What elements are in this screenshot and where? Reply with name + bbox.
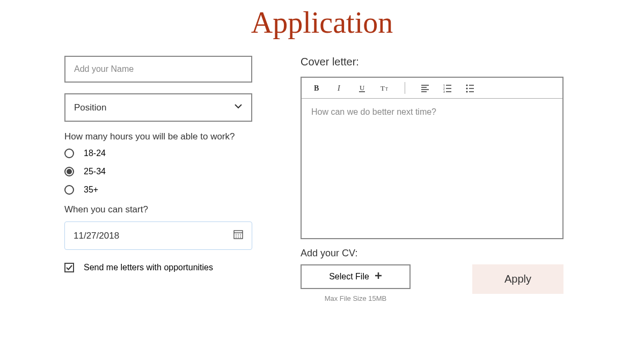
radio-icon: [64, 167, 74, 176]
svg-text:B: B: [314, 84, 319, 92]
cover-letter-label: Cover letter:: [301, 56, 564, 68]
radio-label: 25-34: [84, 167, 106, 176]
start-question: When you can start?: [64, 204, 252, 215]
italic-button[interactable]: I: [335, 83, 345, 93]
form: Position How many hours you will be able…: [0, 56, 644, 302]
svg-point-4: [240, 234, 241, 235]
checkbox-icon: [64, 263, 74, 272]
svg-point-3: [238, 234, 239, 235]
plus-icon: [375, 272, 382, 282]
svg-point-8: [236, 237, 237, 238]
cover-letter-editor: B I U TT 123 How can we do better next t…: [301, 77, 564, 239]
ordered-list-button[interactable]: 123: [443, 83, 452, 93]
right-column: Cover letter: B I U TT 123 How can we do…: [301, 56, 564, 302]
chevron-down-icon: [234, 102, 243, 113]
max-file-size: Max File Size 15MB: [301, 294, 411, 302]
date-value: 11/27/2018: [74, 231, 119, 241]
svg-point-6: [238, 235, 239, 236]
select-file-label: Select File: [329, 272, 369, 282]
svg-text:T: T: [380, 84, 385, 92]
calendar-icon: [233, 230, 243, 242]
cover-letter-textarea[interactable]: How can we do better next time?: [302, 99, 562, 238]
cv-row: Select File Max File Size 15MB Apply: [301, 264, 564, 302]
radio-label: 18-24: [84, 149, 106, 158]
apply-button[interactable]: Apply: [472, 264, 564, 294]
left-column: Position How many hours you will be able…: [64, 56, 252, 302]
svg-point-10: [240, 237, 241, 238]
page-title: Application: [0, 5, 644, 40]
name-input[interactable]: [64, 56, 252, 83]
cv-upload-group: Select File Max File Size 15MB: [301, 264, 411, 302]
start-date-input[interactable]: 11/27/2018: [64, 221, 252, 250]
svg-point-5: [236, 235, 237, 236]
position-select[interactable]: Position: [64, 93, 252, 122]
radio-35-plus[interactable]: 35+: [64, 185, 252, 195]
svg-point-28: [466, 88, 468, 90]
radio-label: 35+: [84, 185, 98, 195]
svg-text:U: U: [360, 84, 365, 92]
svg-point-2: [236, 234, 237, 235]
radio-25-34[interactable]: 25-34: [64, 167, 252, 176]
svg-text:I: I: [337, 84, 341, 92]
radio-icon: [64, 185, 74, 195]
newsletter-checkbox[interactable]: Send me letters with opportunities: [64, 263, 252, 272]
text-size-button[interactable]: TT: [380, 83, 390, 93]
svg-point-29: [466, 91, 468, 93]
radio-icon: [64, 149, 74, 158]
editor-toolbar: B I U TT 123: [302, 78, 562, 99]
svg-point-27: [466, 85, 468, 86]
hours-question: How many hours you will be able to work?: [64, 131, 252, 142]
radio-18-24[interactable]: 18-24: [64, 149, 252, 158]
cv-label: Add your CV:: [301, 248, 564, 259]
underline-button[interactable]: U: [357, 83, 367, 93]
svg-text:T: T: [385, 87, 388, 92]
align-left-button[interactable]: [420, 83, 430, 93]
svg-text:3: 3: [443, 90, 445, 93]
select-file-button[interactable]: Select File: [301, 264, 411, 289]
bullet-list-button[interactable]: [465, 83, 475, 93]
toolbar-divider: [405, 82, 405, 94]
svg-point-7: [240, 235, 241, 236]
svg-point-9: [238, 237, 239, 238]
position-label: Position: [74, 102, 106, 113]
bold-button[interactable]: B: [312, 83, 322, 93]
newsletter-label: Send me letters with opportunities: [84, 263, 213, 272]
